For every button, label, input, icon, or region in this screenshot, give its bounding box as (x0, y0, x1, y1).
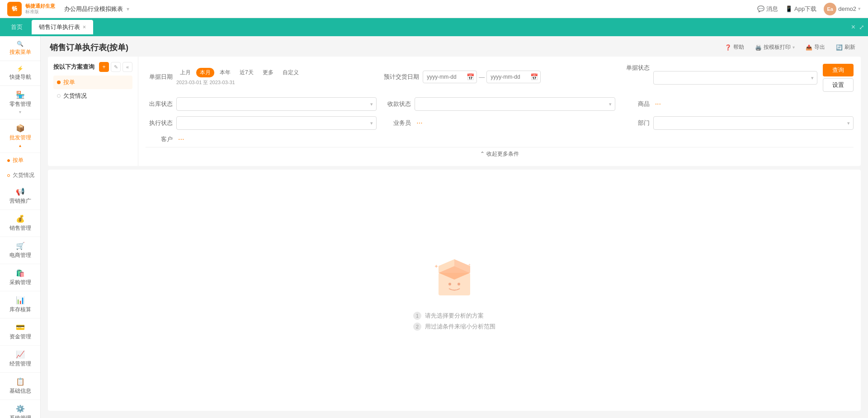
filter-row-2: 出库状态 收款状态 (146, 97, 854, 111)
sales-icon: 💰 (16, 214, 25, 223)
tab-window-controls: × ⤢ (851, 23, 864, 31)
scheme-item-debt[interactable]: 欠货情况 (53, 89, 132, 103)
expected-date-inputs: 📅 — 📅 (423, 71, 615, 83)
date-quick-buttons: 上月 本月 本年 近7天 更多 自定义 (176, 68, 377, 77)
customer-more-btn[interactable]: ··· (176, 135, 377, 143)
calendar-end-icon: 📅 (530, 73, 538, 81)
sidebar-item-retail[interactable]: 🏪 零售管理 ▾ (0, 86, 40, 119)
filter-row-1: 单据日期 上月 本月 本年 近7天 更多 自定义 2023- (146, 62, 854, 92)
user-menu-btn[interactable]: Ea demo2 ▾ (824, 3, 861, 15)
exec-status-select[interactable] (176, 116, 377, 130)
sidebar-search[interactable]: 🔍 搜索菜单 (0, 36, 40, 61)
out-status-label: 出库状态 (146, 100, 173, 108)
title-expand-icon[interactable]: ▾ (127, 6, 129, 12)
topbar-left: 畅 畅捷通好生意 标准版 办公用品行业模拟账表 ▾ (7, 2, 129, 16)
salesperson-field: 业务员 ··· (384, 116, 615, 130)
tab-home[interactable]: 首页 (4, 20, 30, 34)
nav-icon: ⚡ (17, 66, 24, 72)
sidebar-item-marketing[interactable]: 📢 营销推广 (0, 183, 40, 210)
scheme-actions: + ✎ « (99, 62, 132, 72)
expected-date-field: 预计交货日期 📅 — 📅 (384, 62, 615, 92)
search-icon: 🔍 (17, 41, 24, 47)
date-this-month-btn[interactable]: 本月 (196, 68, 214, 77)
brand-subtitle: 标准版 (25, 9, 55, 14)
filter-row-3: 执行状态 业务员 ··· 部门 (146, 116, 854, 130)
app-download-btn[interactable]: 📱 App下载 (785, 5, 816, 13)
doc-date-label: 单据日期 (146, 73, 173, 81)
sidebar-item-wholesale[interactable]: 📦 批发管理 ▴ (0, 119, 40, 153)
empty-step-2: 2 用过滤条件来缩小分析范围 (413, 323, 495, 331)
help-btn[interactable]: ❓ 帮助 (721, 42, 748, 53)
date-prev-month-btn[interactable]: 上月 (176, 68, 194, 77)
doc-status-select[interactable] (653, 71, 817, 85)
sidebar-item-system[interactable]: ⚙️ 系统管理 (0, 400, 40, 418)
query-scheme-header: 按以下方案查询 + ✎ « (53, 62, 132, 72)
scheme-item-order[interactable]: 按单 (53, 76, 132, 89)
add-scheme-btn[interactable]: + (99, 62, 109, 72)
edit-scheme-btn[interactable]: ✎ (111, 62, 121, 72)
print-icon: 🖨️ (755, 44, 762, 51)
sub-item-order[interactable]: 按单 (0, 153, 40, 168)
basic-icon: 📋 (16, 377, 25, 386)
sub-item-debt[interactable]: 欠货情况 (0, 168, 40, 183)
svg-text:✦: ✦ (434, 263, 439, 270)
collapse-bar[interactable]: ⌃ 收起更多条件 (146, 147, 854, 161)
sidebar-item-inventory[interactable]: 📊 库存核算 (0, 291, 40, 318)
help-icon: ❓ (725, 44, 731, 51)
expected-date-start-wrap: 📅 (423, 71, 477, 83)
maximize-window-btn[interactable]: ⤢ (859, 24, 864, 31)
dept-select[interactable] (653, 116, 854, 130)
sidebar-item-purchase[interactable]: 🛍️ 采购管理 (0, 264, 40, 291)
export-btn[interactable]: 📤 导出 (802, 42, 829, 53)
message-icon: 💬 (757, 5, 764, 12)
sidebar-item-sales[interactable]: 💰 销售管理 (0, 210, 40, 237)
salesperson-more-btn[interactable]: ··· (415, 119, 615, 127)
wholesale-sub-items: 按单 欠货情况 (0, 153, 40, 183)
empty-illustration: ✦ ✦ (427, 250, 481, 304)
product-more-btn[interactable]: ··· (653, 100, 854, 108)
svg-point-2 (458, 283, 460, 285)
doc-date-controls: 上月 本月 本年 近7天 更多 自定义 2023-03-01 至 2023-03 (176, 68, 377, 86)
filter-row-4: 客户 ··· (146, 135, 854, 143)
salesperson-label: 业务员 (384, 119, 411, 127)
date-more-btn[interactable]: 更多 (259, 68, 277, 77)
print-expand-icon: ▾ (793, 45, 795, 50)
out-status-select[interactable] (176, 97, 377, 111)
sidebar-quick-nav[interactable]: ⚡ 快捷导航 (0, 61, 40, 86)
topbar-right: 💬 消息 📱 App下载 Ea demo2 ▾ (757, 3, 861, 15)
sidebar-item-finance[interactable]: 💳 资金管理 (0, 318, 40, 346)
close-window-btn[interactable]: × (851, 23, 855, 31)
step-1-num: 1 (413, 312, 421, 320)
wholesale-expand-icon: ▴ (19, 143, 21, 148)
sidebar-item-ecommerce[interactable]: 🛒 电商管理 (0, 237, 40, 264)
sidebar-item-operations[interactable]: 📈 经营管理 (0, 346, 40, 373)
debt-dot (7, 174, 10, 177)
query-btn[interactable]: 查询 (823, 64, 854, 76)
date-this-year-btn[interactable]: 本年 (216, 68, 234, 77)
empty-box-svg: ✦ ✦ (432, 255, 477, 300)
results-area: ✦ ✦ 1 请先选择要分析的方案 2 用过滤条件来缩小分析范围 (48, 170, 861, 411)
collapse-scheme-btn[interactable]: « (123, 62, 132, 72)
doc-status-label: 单据状态 (623, 64, 650, 72)
doc-status-field: 单据状态 查询 设置 (623, 62, 854, 92)
page-header: 销售订单执行表(按单) ❓ 帮助 🖨️ 按模板打印 ▾ 📤 导出 🔄 刷新 (41, 36, 868, 57)
purchase-icon: 🛍️ (16, 269, 25, 277)
sidebar-item-basic[interactable]: 📋 基础信息 (0, 373, 40, 400)
tab-sales-order[interactable]: 销售订单执行表 × (32, 20, 93, 34)
query-panel: 按以下方案查询 + ✎ « 按单 欠货情况 (48, 57, 861, 166)
receipt-status-select[interactable] (415, 97, 615, 111)
collapse-text: 收起更多条件 (486, 151, 519, 157)
product-field: 商品 ··· (623, 97, 854, 111)
print-btn[interactable]: 🖨️ 按模板打印 ▾ (751, 42, 798, 53)
date-recent7-btn[interactable]: 近7天 (236, 68, 257, 77)
messages-btn[interactable]: 💬 消息 (757, 5, 778, 13)
settings-btn[interactable]: 设置 (823, 78, 854, 92)
exec-status-label: 执行状态 (146, 119, 173, 127)
wholesale-icon: 📦 (16, 124, 25, 133)
expected-date-end-wrap: 📅 (486, 71, 541, 83)
refresh-btn[interactable]: 🔄 刷新 (832, 42, 859, 53)
main-layout: 🔍 搜索菜单 ⚡ 快捷导航 🏪 零售管理 ▾ 📦 批发管理 ▴ 按单 欠 (0, 36, 868, 418)
retail-expand-icon: ▾ (19, 109, 21, 114)
tab-close-btn[interactable]: × (83, 24, 86, 30)
date-custom-btn[interactable]: 自定义 (279, 68, 302, 77)
